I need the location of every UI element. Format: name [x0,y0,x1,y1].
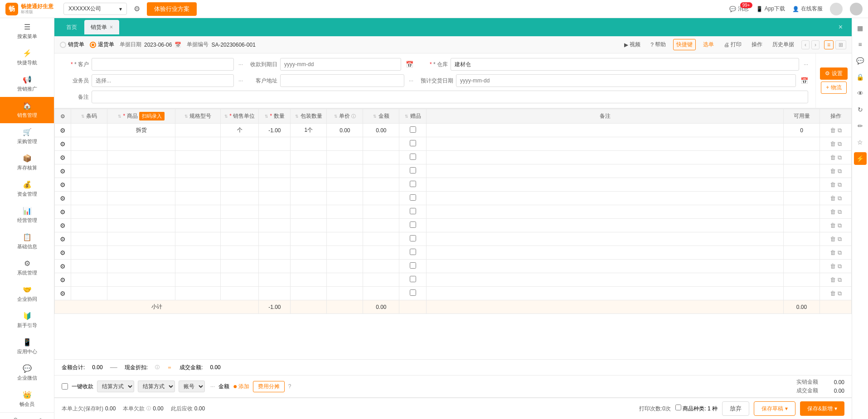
row-spec[interactable] [175,178,221,192]
row-product[interactable] [107,192,175,205]
draft-dropdown-icon[interactable]: ▾ [785,405,788,412]
row-gift[interactable] [399,151,427,164]
row-amount[interactable] [363,260,399,273]
sidebar-item-wechat[interactable]: 💬 企业微信 [0,360,54,386]
delete-icon[interactable]: 🗑 [830,181,836,188]
row-amount[interactable] [363,232,399,246]
right-panel-grid-btn[interactable]: ▦ [854,22,867,34]
warehouse-input[interactable] [451,58,799,71]
row-unit[interactable] [221,273,259,287]
expected-date-input[interactable] [456,74,796,87]
form-view-btn[interactable]: ≡ [824,40,834,49]
expense-button[interactable]: 费用分摊 [253,381,285,392]
customer-input[interactable] [92,58,234,71]
row-unit[interactable] [221,164,259,178]
row-amount[interactable] [363,178,399,192]
row-pkgqty[interactable] [291,164,327,178]
row-gift[interactable] [399,178,427,192]
delete-icon[interactable]: 🗑 [830,140,836,147]
row-pkgqty[interactable] [291,219,327,232]
copy-icon[interactable]: ⧉ [838,222,842,229]
avatar-2[interactable] [850,3,863,15]
row-gift[interactable] [399,260,427,273]
right-panel-lock-btn[interactable]: 🔒 [854,71,867,83]
info-icon[interactable]: ⓘ [155,364,160,371]
row-product[interactable] [107,164,175,178]
right-panel-refresh-btn[interactable]: ↻ [854,103,867,116]
row-remark[interactable] [427,287,784,300]
row-barcode[interactable] [71,151,107,164]
row-gift[interactable] [399,232,427,246]
sidebar-item-enterprise[interactable]: 🤝 企业协同 [0,281,54,307]
copy-icon[interactable]: ⧉ [838,154,842,161]
sidebar-item-guide[interactable]: 🔰 新手引导 [0,307,54,333]
row-remark[interactable] [427,246,784,260]
avatar[interactable] [830,3,843,15]
row-remark[interactable] [427,260,784,273]
row-qty[interactable] [259,287,291,300]
row-spec[interactable] [175,246,221,260]
select-btn[interactable]: 选单 [700,39,717,50]
sidebar-item-operations[interactable]: 📊 经营管理 [0,202,54,228]
row-remark[interactable] [427,124,784,137]
row-amount[interactable] [363,246,399,260]
row-pkgqty[interactable] [291,246,327,260]
row-barcode[interactable] [71,232,107,246]
row-unit[interactable] [221,178,259,192]
settings-btn[interactable]: ⚙ 设置 [820,67,847,80]
row-spec[interactable] [175,232,221,246]
row-barcode[interactable] [71,124,107,137]
row-price[interactable] [327,219,363,232]
row-pkgqty[interactable] [291,273,327,287]
row-price[interactable]: 0.00 [327,124,363,137]
row-qty[interactable] [259,246,291,260]
delete-icon[interactable]: 🗑 [830,154,836,161]
help-btn[interactable]: ? 帮助 [648,39,669,50]
delete-icon[interactable]: 🗑 [830,290,836,297]
sidebar-collapse-btn[interactable]: ◀ [36,416,41,419]
row-barcode[interactable] [71,246,107,260]
right-panel-action-btn[interactable]: ⚡ [854,152,867,165]
save-new-dropdown-icon[interactable]: ▾ [834,405,837,412]
row-spec[interactable] [175,219,221,232]
operate-btn[interactable]: 操作 [749,39,765,50]
next-btn[interactable]: › [811,40,820,49]
row-settings[interactable]: ⚙ [55,124,71,137]
row-barcode[interactable] [71,260,107,273]
row-unit[interactable] [221,246,259,260]
warehouse-dots[interactable]: ··· [804,61,808,67]
row-spec[interactable] [175,124,221,137]
shortcut-btn[interactable]: 快捷键 [673,39,696,50]
row-qty[interactable] [259,205,291,219]
right-panel-edit-btn[interactable]: ✏ [854,120,867,132]
row-gift[interactable] [399,164,427,178]
gift-checkbox[interactable] [410,140,416,146]
row-settings[interactable]: ⚙ [55,219,71,232]
row-product[interactable] [107,178,175,192]
delete-icon[interactable]: 🗑 [830,249,836,256]
row-pkgqty[interactable] [291,137,327,151]
sidebar-item-marketing[interactable]: 📢 营销推广 [0,71,54,97]
row-spec[interactable] [175,287,221,300]
row-barcode[interactable] [71,219,107,232]
row-barcode[interactable] [71,178,107,192]
row-qty[interactable] [259,178,291,192]
account-select[interactable]: 账号 [179,380,205,392]
row-gift[interactable] [399,205,427,219]
gift-checkbox[interactable] [410,289,416,296]
row-product[interactable] [107,246,175,260]
row-remark[interactable] [427,219,784,232]
row-price[interactable] [327,178,363,192]
payment-method-select-2[interactable]: 结算方式 [138,380,175,392]
copy-icon[interactable]: ⧉ [838,263,842,270]
row-pkgqty[interactable] [291,205,327,219]
row-spec[interactable] [175,205,221,219]
gift-checkbox[interactable] [410,262,416,269]
row-gift[interactable] [399,192,427,205]
row-unit[interactable] [221,219,259,232]
row-qty[interactable] [259,219,291,232]
calendar-icon[interactable]: 📅 [175,42,181,48]
row-amount[interactable] [363,164,399,178]
row-amount[interactable] [363,287,399,300]
delete-icon[interactable]: 🗑 [830,236,836,242]
